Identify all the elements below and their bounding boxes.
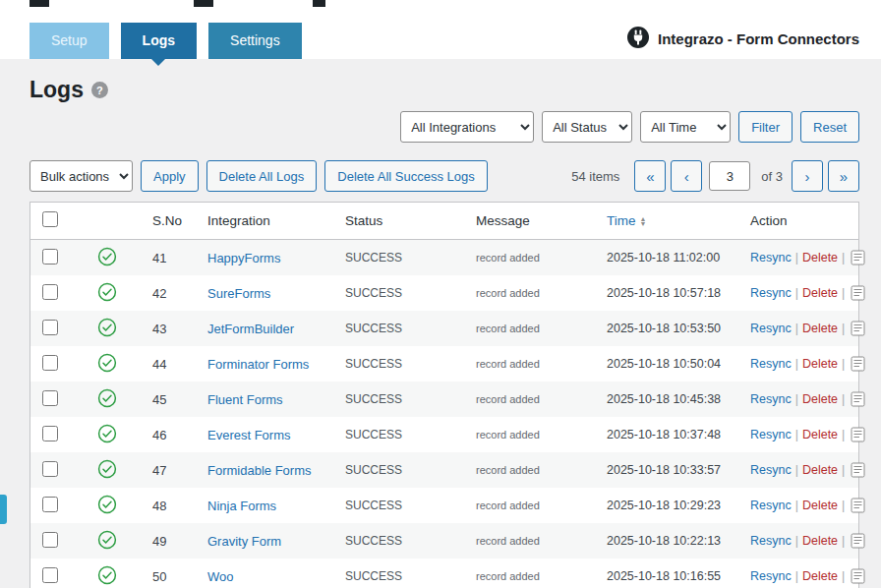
integration-link[interactable]: Woo (207, 569, 234, 584)
view-log-document-icon[interactable] (851, 356, 865, 372)
separator: | (842, 428, 845, 441)
row-status: SUCCESS (345, 251, 476, 265)
row-checkbox[interactable] (42, 567, 58, 583)
integration-link[interactable]: Forminator Forms (207, 357, 309, 372)
integration-link[interactable]: Everest Forms (207, 428, 291, 442)
collapsed-admin-menu-accent[interactable] (0, 495, 7, 524)
row-checkbox[interactable] (42, 532, 58, 548)
row-sno: 43 (152, 322, 207, 336)
integration-link[interactable]: Fluent Forms (207, 392, 283, 407)
row-checkbox[interactable] (42, 320, 58, 335)
view-log-document-icon[interactable] (851, 427, 865, 442)
current-page-input[interactable] (709, 161, 750, 191)
tab-setup[interactable]: Setup (29, 23, 109, 59)
row-checkbox[interactable] (42, 497, 58, 512)
integration-link[interactable]: SureForms (207, 286, 270, 301)
integration-filter-select[interactable]: All Integrations (400, 111, 534, 143)
plug-logo-icon (626, 26, 650, 52)
view-log-document-icon[interactable] (851, 568, 865, 584)
delete-link[interactable]: Delete (802, 463, 838, 477)
filter-button[interactable]: Filter (738, 111, 793, 143)
row-message: record added (476, 323, 607, 334)
integration-link[interactable]: JetFormBuilder (207, 322, 294, 336)
delete-link[interactable]: Delete (802, 428, 838, 441)
filter-bar: All Integrations All Status All Time Fil… (29, 111, 859, 143)
resync-link[interactable]: Resync (750, 499, 792, 512)
row-message: record added (476, 252, 607, 264)
delete-link[interactable]: Delete (802, 392, 838, 406)
tab-logs[interactable]: Logs (121, 23, 197, 59)
row-checkbox[interactable] (42, 249, 58, 265)
delete-link[interactable]: Delete (802, 569, 838, 583)
row-time: 2025-10-18 10:50:04 (607, 357, 750, 371)
row-time: 2025-10-18 10:53:50 (607, 322, 750, 335)
view-log-document-icon[interactable] (851, 250, 865, 265)
delete-link[interactable]: Delete (802, 286, 838, 300)
row-status: SUCCESS (345, 463, 476, 477)
table-row: 41 HappyForms SUCCESS record added 2025-… (30, 240, 858, 275)
separator: | (795, 463, 798, 477)
resync-link[interactable]: Resync (750, 569, 792, 583)
resync-link[interactable]: Resync (750, 392, 792, 406)
integration-link[interactable]: Gravity Form (207, 534, 281, 549)
page-content: Logs ? All Integrations All Status All T… (0, 59, 881, 588)
row-checkbox[interactable] (42, 390, 58, 406)
view-log-document-icon[interactable] (851, 462, 865, 478)
success-check-icon (97, 565, 117, 585)
view-log-document-icon[interactable] (851, 533, 865, 549)
delete-link[interactable]: Delete (802, 251, 838, 265)
row-time: 2025-10-18 10:33:57 (607, 463, 750, 477)
row-actions: Resync | Delete | (750, 391, 865, 407)
status-filter-select[interactable]: All Status (542, 111, 632, 143)
delete-link[interactable]: Delete (802, 534, 838, 548)
success-check-icon (97, 459, 117, 479)
brand: Integrazo - Form Connectors (626, 26, 859, 52)
apply-button[interactable]: Apply (141, 160, 199, 192)
prev-page-button[interactable]: ‹ (671, 160, 702, 192)
view-log-document-icon[interactable] (851, 498, 865, 513)
resync-link[interactable]: Resync (750, 428, 792, 441)
integration-link[interactable]: Formidable Forms (207, 463, 311, 478)
select-all-checkbox[interactable] (42, 211, 58, 227)
row-checkbox[interactable] (42, 284, 58, 300)
delete-all-success-logs-button[interactable]: Delete All Success Logs (324, 160, 487, 192)
resync-link[interactable]: Resync (750, 286, 792, 300)
row-checkbox[interactable] (42, 426, 58, 441)
total-pages-label: of 3 (761, 169, 783, 184)
row-time: 2025-10-18 10:29:23 (607, 499, 750, 512)
page-title: Logs (29, 77, 84, 103)
delete-link[interactable]: Delete (802, 357, 838, 371)
help-icon[interactable]: ? (91, 82, 108, 98)
row-actions: Resync | Delete | (750, 498, 865, 513)
time-filter-select[interactable]: All Time (640, 111, 731, 143)
resync-link[interactable]: Resync (750, 534, 792, 548)
col-header-time[interactable]: Time ▲▼ (607, 213, 750, 228)
reset-button[interactable]: Reset (800, 111, 859, 143)
bulk-actions-select[interactable]: Bulk actions (29, 160, 133, 192)
integration-link[interactable]: HappyForms (207, 251, 280, 265)
row-sno: 47 (152, 463, 207, 478)
resync-link[interactable]: Resync (750, 463, 792, 477)
row-sno: 45 (152, 392, 207, 407)
last-page-button[interactable]: » (828, 160, 859, 192)
delete-link[interactable]: Delete (802, 499, 838, 512)
row-checkbox[interactable] (42, 355, 58, 371)
resync-link[interactable]: Resync (750, 251, 792, 265)
next-page-button[interactable]: › (792, 160, 823, 192)
tab-settings[interactable]: Settings (208, 23, 302, 59)
row-actions: Resync | Delete | (750, 568, 865, 584)
integration-link[interactable]: Ninja Forms (207, 499, 276, 513)
resync-link[interactable]: Resync (750, 322, 792, 335)
table-row: 44 Forminator Forms SUCCESS record added… (30, 346, 858, 382)
resync-link[interactable]: Resync (750, 357, 792, 371)
separator: | (795, 392, 798, 406)
view-log-document-icon[interactable] (851, 321, 865, 336)
sort-icon: ▲▼ (640, 216, 647, 226)
delete-link[interactable]: Delete (802, 322, 838, 335)
admin-bar-remnant (0, 0, 881, 8)
row-checkbox[interactable] (42, 461, 58, 477)
view-log-document-icon[interactable] (851, 285, 865, 301)
first-page-button[interactable]: « (634, 160, 666, 192)
delete-all-logs-button[interactable]: Delete All Logs (206, 160, 318, 192)
view-log-document-icon[interactable] (851, 391, 865, 407)
